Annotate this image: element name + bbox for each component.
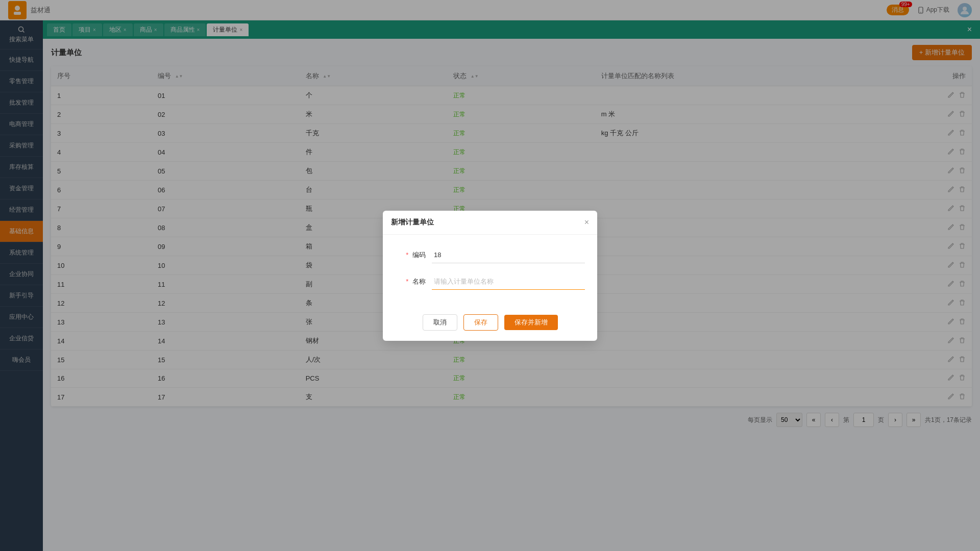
modal-close-button[interactable]: × — [584, 218, 589, 227]
name-input[interactable] — [432, 273, 585, 290]
modal-body: * 编码 * 名称 — [383, 235, 597, 308]
form-row-name: * 名称 — [395, 273, 585, 290]
add-unit-modal: 新增计量单位 × * 编码 * 名称 取消 保存 保存并新增 — [383, 211, 597, 341]
code-label: * 编码 — [395, 251, 426, 260]
save-new-button[interactable]: 保存并新增 — [504, 315, 558, 330]
code-input[interactable] — [432, 247, 585, 263]
required-mark: * — [406, 251, 408, 259]
name-label: * 名称 — [395, 277, 426, 286]
modal-overlay: 新增计量单位 × * 编码 * 名称 取消 保存 保存并新增 — [0, 0, 980, 551]
modal-header: 新增计量单位 × — [383, 211, 597, 235]
modal-title: 新增计量单位 — [391, 218, 434, 227]
required-mark-name: * — [406, 278, 408, 285]
save-button[interactable]: 保存 — [463, 314, 498, 331]
modal-footer: 取消 保存 保存并新增 — [383, 308, 597, 341]
form-row-code: * 编码 — [395, 247, 585, 263]
cancel-button[interactable]: 取消 — [423, 314, 457, 331]
